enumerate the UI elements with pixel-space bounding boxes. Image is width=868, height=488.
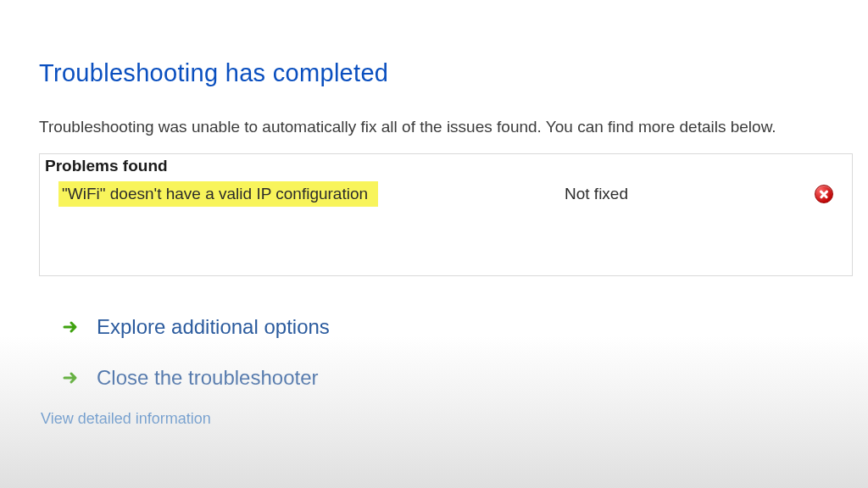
- option-label: Close the troubleshooter: [97, 366, 319, 390]
- problem-row[interactable]: "WiFi" doesn't have a valid IP configura…: [40, 178, 852, 210]
- explore-additional-options[interactable]: Explore additional options: [39, 307, 834, 358]
- page-title: Troubleshooting has completed: [39, 59, 834, 87]
- options-list: Explore additional options Close the tro…: [39, 307, 834, 408]
- error-icon: [815, 185, 833, 203]
- page-subtitle: Troubleshooting was unable to automatica…: [39, 116, 827, 138]
- arrow-right-icon: [63, 369, 80, 386]
- problem-status: Not fixed: [565, 185, 721, 203]
- view-detailed-information-link[interactable]: View detailed information: [39, 410, 211, 428]
- close-troubleshooter[interactable]: Close the troubleshooter: [39, 358, 834, 408]
- problem-description: "WiFi" doesn't have a valid IP configura…: [58, 181, 378, 207]
- option-label: Explore additional options: [97, 315, 330, 339]
- problems-header: Problems found: [40, 154, 852, 178]
- problems-panel: Problems found "WiFi" doesn't have a val…: [39, 153, 853, 276]
- arrow-right-icon: [63, 319, 80, 336]
